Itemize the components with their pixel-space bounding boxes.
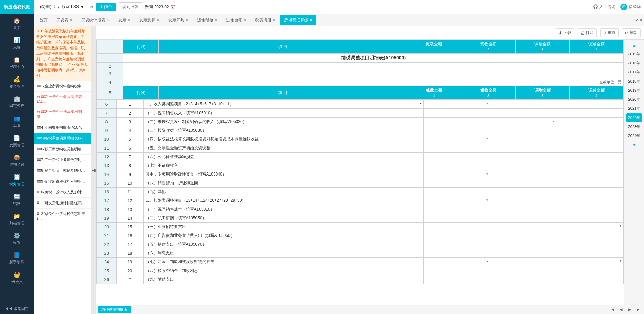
xiangmu-cell[interactable]: （四）广告费和业务宣传费支出（填写A105060）	[143, 231, 357, 240]
data-cell[interactable]	[557, 231, 624, 240]
xiangmu-cell[interactable]: （六）公允价值变动净损益	[143, 153, 357, 161]
sidebar-item-tax[interactable]: 🧾 税务管理	[0, 170, 34, 190]
collapse-button[interactable]: ◀	[91, 26, 96, 314]
tab-invoice-issue[interactable]: 发票开具 ✕	[164, 15, 192, 25]
unpin-button[interactable]: ◀◀ 取消固定	[0, 304, 34, 314]
tab-close-icon[interactable]: ✕	[128, 18, 130, 22]
data-cell[interactable]	[490, 240, 557, 249]
data-cell[interactable]	[424, 126, 490, 135]
xiangmu-cell[interactable]: （七）罚金、罚款和被没收财物的损失	[143, 258, 357, 266]
left-menu-item-008[interactable]: 008-资产折旧、摊销及纳税...	[34, 165, 91, 176]
xiangmu-cell[interactable]: 其中：专项用途财政性资金（填写A105040）	[143, 170, 357, 179]
left-menu-item-009[interactable]: 009-企业所得税弥补亏损明...	[34, 176, 91, 187]
data-cell[interactable]	[357, 223, 424, 231]
data-cell[interactable]	[357, 266, 424, 275]
tab-close-icon[interactable]: ✕	[70, 18, 72, 22]
data-cell[interactable]	[557, 153, 624, 161]
tab-home[interactable]: 首页	[35, 15, 52, 25]
data-cell[interactable]: *	[490, 118, 557, 126]
tab-payroll[interactable]: 工资表 ✕	[52, 15, 76, 25]
xiangmu-cell[interactable]: （八）销售折扣、折让和退回	[143, 179, 357, 188]
data-cell[interactable]	[424, 205, 490, 214]
xiangmu-cell[interactable]: （二）未按权责发生制原则确认的收入（填写A105020）	[143, 118, 357, 126]
copy-icon[interactable]: ⧉	[90, 5, 93, 9]
data-cell[interactable]	[490, 135, 557, 144]
sidebar-item-purchase[interactable]: 📦 进销台账	[0, 151, 34, 170]
data-cell[interactable]	[357, 231, 424, 240]
data-cell[interactable]	[357, 170, 424, 179]
data-cell[interactable]	[490, 231, 557, 240]
refresh-button[interactable]: ⟳ 刷新	[622, 28, 641, 37]
xiangmu-cell[interactable]: （五）交易性金融资产初始投资调整	[143, 144, 357, 153]
data-cell[interactable]	[357, 153, 424, 161]
data-cell[interactable]: *	[557, 223, 624, 231]
sidebar-item-close[interactable]: 🔄 结账	[0, 190, 34, 210]
bottom-nav-right[interactable]: ▶	[626, 307, 633, 312]
tab-close-icon[interactable]: ✕	[273, 18, 275, 22]
year-item[interactable]: 2019年	[626, 86, 642, 95]
sidebar-item-guide[interactable]: 📘 新手引导	[0, 249, 34, 268]
xiangmu-cell[interactable]: （三）投资收益（填写A105030）	[143, 126, 357, 135]
sidebar-item-ledger[interactable]: 📊 总账	[0, 34, 34, 53]
user-menu[interactable]: 用 徐泽华	[620, 4, 641, 10]
bottom-scroll-right[interactable]: ▶|	[635, 307, 642, 312]
data-cell[interactable]: *	[557, 258, 624, 266]
tab-close-icon[interactable]: ✕	[310, 18, 312, 22]
tab-close-icon[interactable]: ✕	[215, 18, 217, 22]
sidebar-item-invoice[interactable]: 📄 发票管理	[0, 131, 34, 151]
left-menu-item-002[interactable]: ⊗ 002-一般企业收入明细表(A1...	[34, 92, 91, 106]
xiangmu-cell[interactable]: （九）其他	[143, 188, 357, 196]
print-button[interactable]: 🖨 打印	[578, 28, 597, 37]
left-menu-item-010[interactable]: 010-免税、减计收入及加计...	[34, 187, 91, 198]
data-cell[interactable]	[490, 179, 557, 188]
left-menu-item-003[interactable]: ⊗ 003-一般企业成本支出明细...	[34, 106, 91, 122]
xiangmu-cell[interactable]: （一）视同销售成本（填写A105010）	[143, 205, 357, 214]
data-cell[interactable]	[557, 170, 624, 179]
data-cell[interactable]: *	[424, 135, 490, 144]
service-button[interactable]: 🎧 人工咨询	[593, 4, 615, 10]
xiangmu-cell[interactable]: （三）业务招待要支出	[143, 223, 357, 231]
data-cell[interactable]	[357, 109, 424, 118]
year-item[interactable]: 2015年	[626, 50, 642, 59]
left-menu-item-012[interactable]: 012-减免企业所得税优惠明细(…	[34, 209, 91, 223]
tab-tax-list[interactable]: 税表清册 ✕	[251, 15, 279, 25]
data-cell[interactable]	[557, 205, 624, 214]
xiangmu-cell[interactable]: （八）税收滞纳金、加收利息	[143, 266, 357, 275]
sidebar-item-report[interactable]: 📋 报表中心	[0, 53, 34, 73]
left-menu-item-004[interactable]: 004-期间费用明细表(A1040...	[34, 122, 91, 133]
year-item[interactable]: 2022年	[626, 113, 642, 122]
data-cell[interactable]	[424, 118, 490, 126]
xiangmu-cell[interactable]: （二）职工薪酬（填写A105050）	[143, 214, 357, 223]
data-cell[interactable]	[424, 161, 490, 170]
data-cell[interactable]	[424, 188, 490, 196]
data-cell[interactable]	[557, 144, 624, 153]
sidebar-item-vip[interactable]: 👑 畅会员	[0, 268, 34, 288]
switch-old-button[interactable]: 切到旧版	[119, 2, 142, 11]
xiangmu-cell[interactable]: （九）赞助支出	[143, 275, 357, 284]
left-menu-item-011[interactable]: 011-研发费用加计扣除优惠...	[34, 198, 91, 209]
data-cell[interactable]: *	[424, 170, 490, 179]
company-selector[interactable]: (勿删）江西股室-LSS ▼	[37, 3, 87, 11]
data-cell[interactable]	[490, 205, 557, 214]
tab-close-icon[interactable]: ✕	[186, 18, 188, 22]
data-cell[interactable]	[424, 223, 490, 231]
data-cell[interactable]	[490, 249, 557, 258]
data-cell[interactable]	[490, 161, 557, 170]
year-item[interactable]: 2016年	[626, 59, 642, 68]
period-selector[interactable]: 账期 2023-02 📅	[145, 4, 176, 10]
reset-button[interactable]: ↺ 重置	[600, 28, 619, 37]
xiangmu-cell[interactable]: （四）按权益法核算长期股权投资对初始投资成本调整确认收益	[143, 135, 357, 144]
close-all-icon[interactable]: ✕	[635, 18, 638, 23]
data-cell[interactable]	[424, 179, 490, 188]
data-cell[interactable]	[357, 144, 424, 153]
tab-purchase-ledger[interactable]: 进销台账 ✕	[222, 15, 250, 25]
data-cell[interactable]	[357, 179, 424, 188]
data-cell[interactable]	[490, 258, 557, 266]
data-cell[interactable]	[557, 249, 624, 258]
xiangmu-cell[interactable]: （七）不征税收入	[143, 161, 357, 170]
sidebar-item-settings[interactable]: ⚙️ 设置	[0, 229, 34, 249]
year-item[interactable]: 2017年	[626, 68, 642, 77]
data-cell[interactable]	[557, 100, 624, 109]
data-cell[interactable]	[490, 144, 557, 153]
data-cell[interactable]	[424, 214, 490, 223]
